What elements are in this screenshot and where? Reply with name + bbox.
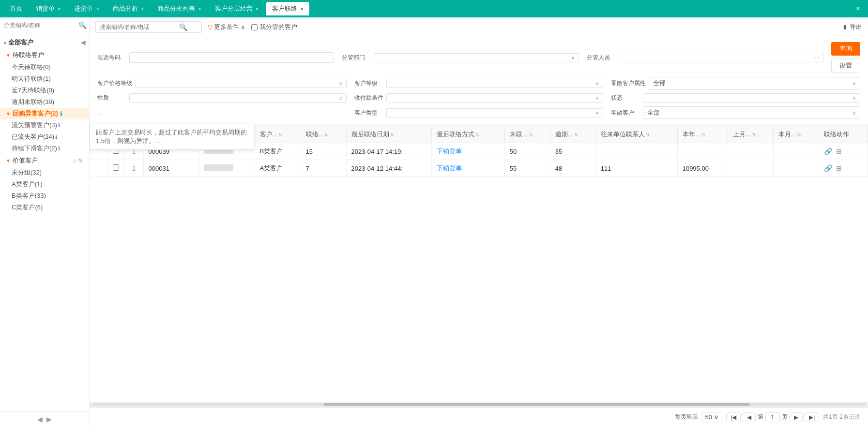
- query-button[interactable]: 查询: [831, 42, 860, 56]
- page-input[interactable]: [765, 412, 780, 422]
- td-name-2[interactable]: [199, 160, 255, 177]
- payment-label: 收付款条件: [354, 94, 383, 102]
- more-conditions-btn[interactable]: ▽ 更多条件 ∧: [208, 23, 245, 31]
- export-button[interactable]: ⬆ 导出: [842, 23, 862, 31]
- th-overdue[interactable]: 逾期...⇅: [550, 126, 595, 143]
- customer-type-select[interactable]: ∨: [386, 108, 604, 118]
- sidebar-item-b-class[interactable]: B类客户(33): [0, 190, 89, 202]
- sort-contact-icon: ⇅: [324, 132, 328, 137]
- main-layout: 🔍 ▪ 全部客户 ◀ ▼ 待联络客户 今天待联络(0) 明天待联络(1) 近7天…: [0, 17, 868, 426]
- sidebar-next-btn[interactable]: ▶: [46, 415, 52, 423]
- window-close-button[interactable]: ×: [852, 4, 864, 13]
- sidebar-search-input[interactable]: [4, 22, 76, 29]
- filter-more-btn[interactable]: ...: [97, 109, 103, 117]
- row2-grid-icon[interactable]: ⊞: [836, 164, 842, 172]
- search-icon[interactable]: 🔍: [179, 23, 187, 31]
- value-customers-edit-icon[interactable]: ○: [72, 157, 76, 164]
- retail-attr-select[interactable]: 全部 ∨: [649, 77, 860, 89]
- settings-button[interactable]: 设置: [831, 59, 860, 73]
- row1-grid-icon[interactable]: ⊞: [836, 147, 842, 155]
- phone-input[interactable]: [129, 52, 334, 63]
- sidebar-all-customers[interactable]: ▪ 全部客户 ◀: [0, 36, 89, 49]
- sidebar-item-abnormal[interactable]: ▼ 回购异常客户(2) ℹ: [0, 108, 89, 119]
- sidebar-prev-btn[interactable]: ◀: [37, 415, 43, 423]
- th-this-year[interactable]: 本年...⇅: [677, 126, 728, 143]
- dept-select[interactable]: ∨: [374, 53, 579, 62]
- td-code-2[interactable]: 000031: [143, 160, 199, 177]
- prev-page-btn[interactable]: ◀: [743, 412, 756, 422]
- tab-goods-analysis-list-close[interactable]: ×: [198, 6, 201, 12]
- sidebar-item-tomorrow[interactable]: 明天待联络(1): [0, 73, 89, 85]
- tab-sales-close[interactable]: ×: [58, 6, 61, 12]
- td-last-date-2: 2023-04-12 14:44:: [346, 160, 431, 177]
- gender-select[interactable]: ∨: [129, 93, 347, 103]
- churned-info[interactable]: ℹ: [55, 134, 57, 140]
- retail-attr-value: 全部: [653, 79, 666, 88]
- sidebar-item-today[interactable]: 今天待联络(0): [0, 61, 89, 73]
- table-container: ⚙ 客户编码⇅ 客户名称⇅ 客户...⇅ 联络...⇅ 最后联络日期⇅ 最后联络…: [90, 126, 868, 402]
- th-past-unit[interactable]: 往来单位联系人⇅: [595, 126, 677, 143]
- td-last-method-2[interactable]: 下销货单: [431, 160, 504, 177]
- row2-code: 000031: [149, 165, 169, 172]
- th-this-month[interactable]: 本月...⇅: [773, 126, 819, 143]
- price-level-select[interactable]: ∨: [135, 79, 347, 88]
- declining-info[interactable]: ℹ: [58, 146, 60, 152]
- my-customer-checkbox[interactable]: [251, 24, 258, 30]
- retail-customer-select[interactable]: 全部 ∨: [643, 106, 860, 119]
- sidebar-item-churned[interactable]: 已流失客户(24) ℹ: [0, 131, 89, 143]
- row1-link-icon[interactable]: 🔗: [824, 147, 832, 155]
- first-page-btn[interactable]: |◀: [726, 412, 741, 422]
- next-page-btn[interactable]: ▶: [790, 412, 803, 422]
- tab-goods-analysis-list[interactable]: 商品分析列表 ×: [152, 2, 207, 15]
- collapse-icon[interactable]: ◀: [81, 39, 85, 46]
- customer-level-select[interactable]: ∨: [386, 79, 604, 88]
- th-not-contacted[interactable]: 未联...⇅: [504, 126, 550, 143]
- tooltip-more[interactable]: ...: [156, 137, 162, 145]
- tab-customer-segment[interactable]: 客户分层经营 ×: [209, 2, 264, 15]
- manager-select-dots[interactable]: ···: [815, 55, 819, 60]
- last-page-btn[interactable]: ▶|: [805, 412, 819, 422]
- churn-warning-info[interactable]: ℹ: [58, 122, 60, 129]
- tab-customer-contact-close[interactable]: ×: [300, 6, 303, 12]
- td-check-2[interactable]: [107, 160, 124, 177]
- th-type[interactable]: 客户...⇅: [255, 126, 301, 143]
- retail-customer-label: 零散客户: [611, 109, 640, 117]
- value-customers-add-icon[interactable]: ✎: [78, 157, 83, 164]
- sidebar-search-icon[interactable]: 🔍: [78, 21, 87, 29]
- tab-goods-analysis-close[interactable]: ×: [141, 6, 144, 12]
- tab-customer-contact[interactable]: 客户联络 ×: [266, 2, 309, 15]
- th-last-month[interactable]: 上月...⇅: [728, 126, 773, 143]
- th-last-contact-method[interactable]: 最后联络方式⇅: [431, 126, 504, 143]
- th-contact-count[interactable]: 联络...⇅: [301, 126, 346, 143]
- tab-goods-analysis[interactable]: 商品分析 ×: [107, 2, 150, 15]
- abnormal-info-icon[interactable]: ℹ: [60, 111, 62, 117]
- scroll-thumb[interactable]: [324, 403, 750, 406]
- tab-goods-analysis-list-label: 商品分析列表: [157, 4, 195, 13]
- value-customers-group[interactable]: ▼ 价值客户 ○ ✎: [0, 154, 89, 167]
- tab-customer-segment-close[interactable]: ×: [256, 6, 259, 12]
- th-last-contact-date[interactable]: 最后联络日期⇅: [346, 126, 431, 143]
- filter-price-level: 客户价格等级 ∨: [97, 79, 347, 88]
- status-select[interactable]: ∨: [643, 93, 860, 103]
- sidebar-item-ungroup[interactable]: 未分组(32): [0, 167, 89, 178]
- tab-purchase-close[interactable]: ×: [96, 6, 99, 12]
- td-last-method-1[interactable]: 下销货单: [431, 143, 504, 160]
- row2-link-icon[interactable]: 🔗: [824, 164, 832, 172]
- payment-select[interactable]: ∨: [386, 93, 604, 103]
- sidebar-item-declining[interactable]: 持续下滑客户(2) ℹ: [0, 143, 89, 154]
- sidebar-item-a-class[interactable]: A类客户(1): [0, 178, 89, 190]
- tab-purchase[interactable]: 进货单 ×: [68, 2, 105, 15]
- sidebar-item-overdue[interactable]: 逾期未联络(30): [0, 96, 89, 108]
- per-page-select[interactable]: 50 ∨: [702, 412, 722, 422]
- sidebar-item-churn-warning[interactable]: 流失预警客户(3) ℹ: [0, 119, 89, 131]
- search-input[interactable]: [100, 24, 177, 30]
- tab-sales[interactable]: 销货单 ×: [30, 2, 66, 15]
- manager-select[interactable]: ···: [619, 53, 823, 62]
- customer-type-label: 客户类型: [354, 109, 383, 117]
- row2-checkbox[interactable]: [113, 164, 119, 171]
- pending-contact-group[interactable]: ▼ 待联络客户: [0, 49, 89, 61]
- tab-home[interactable]: 首页: [4, 2, 28, 15]
- sidebar-item-week7[interactable]: 近7天待联络(0): [0, 85, 89, 96]
- sidebar-item-c-class[interactable]: C类客户(6): [0, 202, 89, 213]
- horizontal-scrollbar[interactable]: [90, 402, 868, 408]
